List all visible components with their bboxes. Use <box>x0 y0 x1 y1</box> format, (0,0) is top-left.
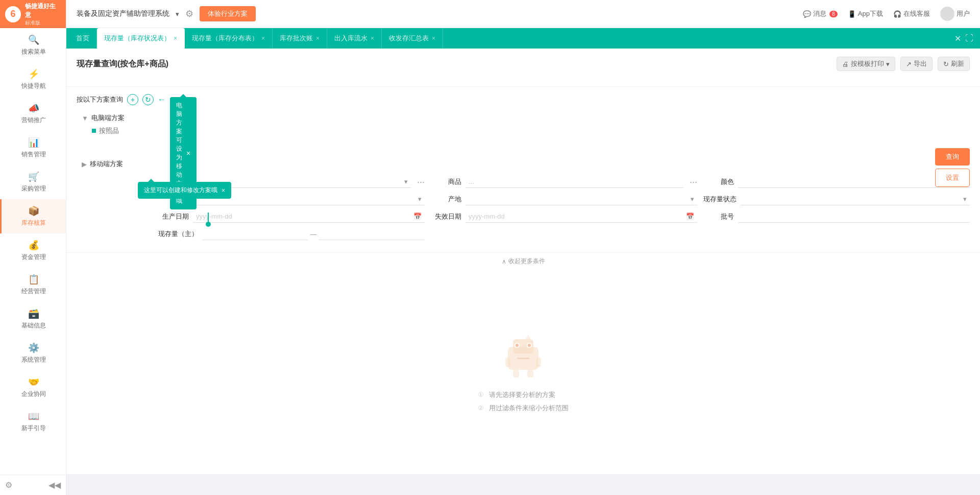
empty-tips: ① 请先选择要分析的方案 ② 用过滤条件来缩小分析范围 <box>478 388 569 415</box>
main-content: 装备及固定资产辅助管理系统 ▾ ⚙ 体验行业方案 💬 消息 8 📱 App下载 … <box>66 0 980 495</box>
refresh-icon: ↻ <box>943 60 949 68</box>
page-title: 现存量查询(按仓库+商品) <box>77 59 168 69</box>
filter-label: 按以下方案查询 <box>77 95 123 104</box>
produce-date-input[interactable]: yyyy-mm-dd 📅 <box>193 210 425 223</box>
svg-rect-10 <box>527 370 533 378</box>
user-action[interactable]: 用户 <box>940 7 970 21</box>
trial-button[interactable]: 体验行业方案 <box>200 6 256 21</box>
expire-date-field: 失效日期 yyyy-mm-dd 📅 <box>431 210 697 223</box>
tab-inventory-dist[interactable]: 现存量（库存分布表） × <box>185 28 273 49</box>
sidebar-item-system[interactable]: ⚙️ 系统管理 <box>0 336 66 370</box>
batch-no-input[interactable] <box>738 210 970 223</box>
expire-date-input[interactable]: yyyy-mm-dd 📅 <box>465 210 697 223</box>
print-button[interactable]: 🖨 按模板打印 ▾ <box>837 57 895 71</box>
sidebar-item-quicknav[interactable]: ⚡ 快捷导航 <box>0 62 66 97</box>
fullscreen-btn[interactable]: ⛶ <box>965 34 973 43</box>
tab-close-icon[interactable]: × <box>432 35 435 42</box>
scheme-mobile[interactable]: ▶ 移动端方案 <box>82 157 970 171</box>
svg-rect-8 <box>536 357 541 367</box>
calendar-icon: 📅 <box>413 213 422 220</box>
printer-icon: 🖨 <box>842 60 849 68</box>
stock-qty-min-input[interactable] <box>202 228 308 240</box>
sidebar-item-purchase[interactable]: 🛒 采购管理 <box>0 165 66 199</box>
goods-more-btn[interactable]: ··· <box>690 177 697 187</box>
close-all-tabs-btn[interactable]: ✕ <box>954 34 961 43</box>
range-dash: — <box>310 230 317 238</box>
sidebar-item-operations[interactable]: 📋 经营管理 <box>0 268 66 302</box>
tab-recv-summary[interactable]: 收发存汇总表 × <box>382 28 443 49</box>
tab-inventory-status[interactable]: 现存量（库存状况表） × <box>97 28 185 49</box>
sidebar-item-guide[interactable]: 📖 新手引导 <box>0 405 66 439</box>
tab-close-icon[interactable]: × <box>316 35 320 42</box>
stock-status-select[interactable]: ▾ <box>741 193 970 205</box>
filter-row-3: 生产日期 yyyy-mm-dd 📅 失效日期 yyyy-mm-dd 📅 <box>158 210 970 223</box>
megaphone-icon: 📣 <box>28 103 39 114</box>
header-settings-btn[interactable]: ⚙ <box>185 8 193 19</box>
message-icon: 💬 <box>803 10 811 18</box>
origin-select[interactable]: ▾ <box>465 193 697 205</box>
query-action-buttons: 查询 设置 <box>935 148 970 187</box>
refresh-button[interactable]: ↻ 刷新 <box>938 57 970 71</box>
page-content: 现存量查询(按仓库+商品) 🖨 按模板打印 ▾ ↗ 导出 ↻ 刷新 <box>66 49 980 495</box>
scheme-list: ▼ 电脑端方案 按照品 这里可以创建和修改方案哦 × ▶ 移动端方案 <box>77 111 970 171</box>
settings-bottom-btn[interactable]: ⚙ <box>5 480 12 490</box>
sidebar-item-enterprise[interactable]: 🤝 企业协同 <box>0 370 66 405</box>
empty-tip-1: ① 请先选择要分析的方案 <box>478 388 569 402</box>
empty-tip-2: ② 用过滤条件来缩小分析范围 <box>478 402 569 415</box>
sidebar-item-marketing[interactable]: 📣 营销推广 <box>0 97 66 131</box>
tab-batch-account[interactable]: 库存批次账 × <box>273 28 327 49</box>
expand-icon: ▶ <box>82 160 87 168</box>
svg-point-5 <box>528 344 531 347</box>
app-download-action[interactable]: 📱 App下载 <box>848 9 883 18</box>
goods-select[interactable]: ... <box>465 176 683 188</box>
collapse-bar[interactable]: ∧ 收起更多条件 <box>66 252 980 270</box>
tip2-close-btn[interactable]: × <box>222 187 225 194</box>
logo-icon: 6 <box>5 6 21 22</box>
book-icon: 📖 <box>28 411 39 422</box>
message-action[interactable]: 💬 消息 8 <box>803 9 838 18</box>
add-scheme-btn[interactable]: + <box>127 94 138 105</box>
origin-field: 产地 ▾ <box>431 193 697 205</box>
clipboard-icon: 📋 <box>28 274 39 285</box>
scheme-tip2: 这里可以创建和修改方案哦 × <box>138 182 231 199</box>
tab-close-icon[interactable]: × <box>261 35 265 42</box>
chevron-down-icon: ▾ <box>963 195 967 203</box>
tab-close-icon[interactable]: × <box>174 35 177 42</box>
sidebar-item-sales[interactable]: 📊 销售管理 <box>0 131 66 165</box>
stock-qty-max-input[interactable] <box>319 228 425 240</box>
online-support-action[interactable]: 🎧 在线客服 <box>893 9 930 18</box>
back-btn[interactable]: ← <box>158 95 166 104</box>
filter-row-2: 尺码 ▾ 产地 ▾ 现存量状态 <box>158 193 970 205</box>
svg-point-4 <box>516 344 519 347</box>
tab-home[interactable]: 首页 <box>69 28 97 49</box>
stock-status-field: 现存量状态 ▾ <box>703 193 970 205</box>
collapse-sidebar-btn[interactable]: ◀◀ <box>48 480 61 490</box>
sidebar-item-basic[interactable]: 🗃️ 基础信息 <box>0 302 66 336</box>
export-icon: ↗ <box>906 60 912 68</box>
scheme-item-by-warehouse[interactable]: 按照品 <box>92 125 970 137</box>
phone-icon: 📱 <box>848 10 856 18</box>
chevron-down-icon: ▾ <box>176 10 179 18</box>
tab-close-icon[interactable]: × <box>371 35 374 42</box>
cycle-scheme-btn[interactable]: ↻ <box>142 94 154 105</box>
warehouse-more-btn[interactable]: ··· <box>417 177 425 187</box>
system-selector[interactable]: ▾ <box>176 10 179 18</box>
tab-inout-flow[interactable]: 出入库流水 × <box>327 28 382 49</box>
search-icon: 🔍 <box>28 34 39 45</box>
sidebar-item-finance[interactable]: 💰 资金管理 <box>0 233 66 268</box>
header-left: 装备及固定资产辅助管理系统 ▾ ⚙ 体验行业方案 <box>77 6 256 21</box>
headphone-icon: 🎧 <box>893 10 901 18</box>
set-button[interactable]: 设置 <box>935 169 970 187</box>
stock-qty-field: 现存量（主） — <box>158 228 425 240</box>
top-header: 装备及固定资产辅助管理系统 ▾ ⚙ 体验行业方案 💬 消息 8 📱 App下载 … <box>66 0 980 28</box>
query-button[interactable]: 查询 <box>935 148 970 166</box>
scheme-computer[interactable]: ▼ 电脑端方案 <box>82 111 970 125</box>
box-icon: 📦 <box>28 205 39 217</box>
flash-icon: ⚡ <box>28 68 39 80</box>
stock-qty-range: — <box>202 228 425 240</box>
export-button[interactable]: ↗ 导出 <box>900 57 933 71</box>
sidebar-footer: ⚙ ◀◀ <box>0 475 66 495</box>
sidebar-item-search[interactable]: 🔍 搜索菜单 <box>0 28 66 62</box>
tooltip-close-btn[interactable]: × <box>186 149 190 157</box>
sidebar-item-inventory[interactable]: 📦 库存核算 <box>0 199 66 233</box>
